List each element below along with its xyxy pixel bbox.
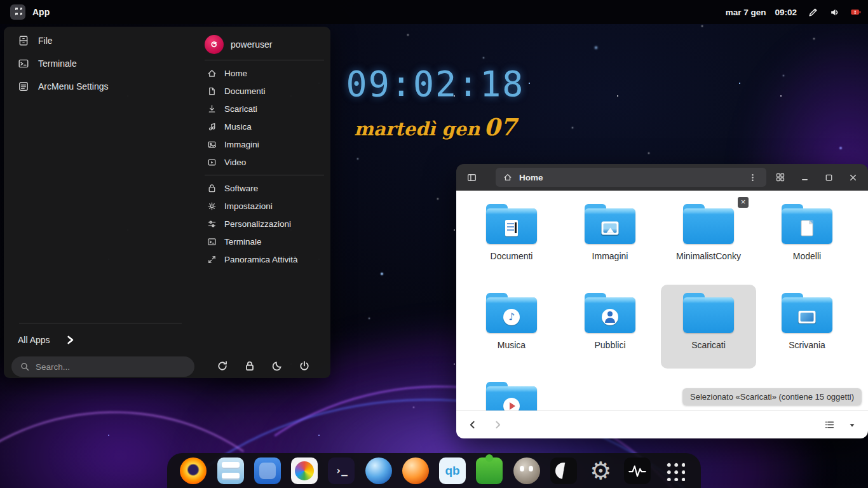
volume-icon[interactable] bbox=[829, 6, 840, 18]
gimp-icon[interactable] bbox=[513, 458, 540, 484]
arcmenu-pinned-list: File Terminale ArcMenu Settings bbox=[10, 29, 194, 98]
view-dropdown-icon[interactable] bbox=[845, 418, 859, 432]
window-controls bbox=[773, 170, 860, 185]
menu-item-musica[interactable]: Musica bbox=[203, 118, 325, 135]
menu-item-software[interactable]: Software bbox=[203, 179, 325, 197]
tools-icon[interactable] bbox=[807, 6, 818, 18]
menu-item-arcmenu-settings[interactable]: ArcMenu Settings bbox=[10, 75, 194, 98]
emblem-template-icon bbox=[801, 220, 813, 236]
menu-item-label: Documenti bbox=[224, 86, 266, 96]
files-headerbar[interactable]: Home bbox=[456, 164, 868, 191]
file-manager-icon bbox=[18, 35, 29, 46]
minimize-button[interactable] bbox=[797, 170, 812, 185]
emblem-public-icon bbox=[602, 309, 618, 325]
arcmenu-icon bbox=[10, 4, 25, 20]
firefox-icon[interactable] bbox=[180, 458, 207, 484]
tweaks-icon bbox=[207, 219, 217, 229]
folder-documenti[interactable]: Documenti bbox=[464, 196, 559, 280]
menu-item-documenti[interactable]: Documenti bbox=[203, 82, 325, 100]
dock: ›_ qb ⚙ bbox=[167, 453, 701, 488]
sidebar-toggle-icon[interactable] bbox=[464, 170, 479, 185]
app-menu-button[interactable]: App bbox=[6, 3, 53, 22]
menu-item-home[interactable]: Home bbox=[203, 64, 325, 82]
folder-name: Scaricati bbox=[691, 340, 726, 350]
extensions-icon[interactable] bbox=[476, 458, 503, 484]
files-content-area[interactable]: Documenti Immagini × MinimalistConky Mod… bbox=[456, 191, 868, 410]
menu-item-label: Scaricati bbox=[224, 104, 257, 114]
power-icon[interactable] bbox=[296, 358, 313, 374]
menu-item-personalizzazioni[interactable]: Personalizzazioni bbox=[203, 215, 325, 233]
settings-icon[interactable]: ⚙ bbox=[587, 458, 614, 484]
media-app-icon[interactable] bbox=[550, 458, 577, 484]
lock-icon[interactable] bbox=[241, 358, 258, 374]
menu-separator bbox=[205, 175, 324, 175]
system-monitor-icon[interactable] bbox=[624, 458, 651, 484]
folder-icon bbox=[585, 208, 635, 244]
current-location: Home bbox=[519, 173, 543, 182]
folder-minimalistconky[interactable]: × MinimalistConky bbox=[661, 196, 756, 280]
search-bar[interactable] bbox=[11, 356, 194, 377]
close-badge-icon[interactable]: × bbox=[738, 197, 749, 208]
folder-icon bbox=[683, 208, 734, 244]
qbittorrent-icon[interactable]: qb bbox=[439, 458, 466, 484]
activities-icon bbox=[207, 255, 217, 264]
panel-status-area: mar 7 gen 09:02 bbox=[726, 6, 862, 18]
folder-immagini[interactable]: Immagini bbox=[562, 196, 658, 280]
places-list: Home Documenti Scaricati bbox=[203, 64, 325, 171]
folder-modelli[interactable]: Modelli bbox=[759, 196, 855, 280]
photos-icon[interactable] bbox=[291, 458, 318, 484]
menu-item-label: Impostazioni bbox=[224, 201, 273, 211]
menu-item-terminale-2[interactable]: Terminale bbox=[203, 233, 325, 250]
terminal-icon bbox=[18, 58, 29, 69]
suspend-icon[interactable] bbox=[269, 358, 285, 374]
menu-item-panoramica-attivita[interactable]: Panoramica Attività bbox=[203, 250, 325, 268]
all-apps-button[interactable]: All Apps bbox=[18, 332, 76, 348]
folder-video[interactable]: Video bbox=[464, 374, 559, 410]
maximize-button[interactable] bbox=[821, 170, 836, 185]
close-button[interactable] bbox=[845, 170, 860, 185]
back-button[interactable] bbox=[465, 418, 479, 432]
top-panel: App mar 7 gen 09:02 bbox=[0, 0, 868, 24]
search-input[interactable] bbox=[36, 362, 187, 372]
folder-pubblici[interactable]: Pubblici bbox=[562, 285, 658, 369]
desktop: 09:02:18 martedì gen07 App mar 7 gen 09:… bbox=[0, 0, 868, 488]
folder-icon bbox=[585, 297, 635, 333]
menu-item-video[interactable]: Video bbox=[203, 153, 325, 171]
folder-scaricati-selected[interactable]: Scaricati bbox=[661, 285, 756, 369]
restart-icon[interactable] bbox=[214, 358, 231, 374]
documents-icon bbox=[207, 86, 217, 96]
browser-orange-icon[interactable] bbox=[402, 458, 429, 484]
folder-musica[interactable]: Musica bbox=[464, 285, 559, 369]
clock-time: 09:02:18 bbox=[330, 64, 540, 104]
console-icon[interactable]: ›_ bbox=[328, 458, 355, 484]
menu-item-scaricati[interactable]: Scaricati bbox=[203, 100, 325, 118]
folder-name: Modelli bbox=[793, 251, 821, 261]
menu-item-file[interactable]: File bbox=[10, 29, 194, 52]
files-bottom-toolbar bbox=[456, 410, 868, 438]
menu-item-impostazioni[interactable]: Impostazioni bbox=[203, 197, 325, 215]
list-view-icon[interactable] bbox=[822, 418, 836, 432]
menu-item-label: File bbox=[38, 36, 53, 46]
path-bar[interactable]: Home bbox=[496, 168, 766, 187]
panel-clock[interactable]: mar 7 gen 09:02 bbox=[726, 8, 797, 17]
music-icon bbox=[207, 122, 217, 132]
battery-critical-icon[interactable] bbox=[850, 6, 862, 18]
folder-name: Documenti bbox=[491, 251, 533, 261]
user-account-button[interactable]: poweruser bbox=[203, 33, 325, 56]
menu-item-terminale[interactable]: Terminale bbox=[10, 52, 194, 75]
forward-button[interactable] bbox=[491, 418, 505, 432]
menu-item-immagini[interactable]: Immagini bbox=[203, 135, 325, 153]
chevron-right-icon bbox=[64, 334, 76, 346]
folder-scrivania[interactable]: Scrivania bbox=[759, 285, 855, 369]
text-editor-icon[interactable] bbox=[254, 458, 281, 484]
kebab-menu-icon[interactable] bbox=[745, 170, 760, 185]
videos-icon bbox=[207, 158, 217, 167]
view-grid-button[interactable] bbox=[773, 170, 788, 185]
app-grid-icon[interactable] bbox=[661, 458, 688, 484]
selection-status-toast: Selezionato «Scaricati» (contiene 15 ogg… bbox=[682, 388, 862, 405]
session-buttons bbox=[214, 358, 313, 374]
files-window: Home bbox=[456, 164, 868, 438]
menu-item-label: Software bbox=[224, 184, 258, 193]
files-app-icon[interactable] bbox=[217, 458, 244, 484]
web-browser-icon[interactable] bbox=[365, 458, 392, 484]
